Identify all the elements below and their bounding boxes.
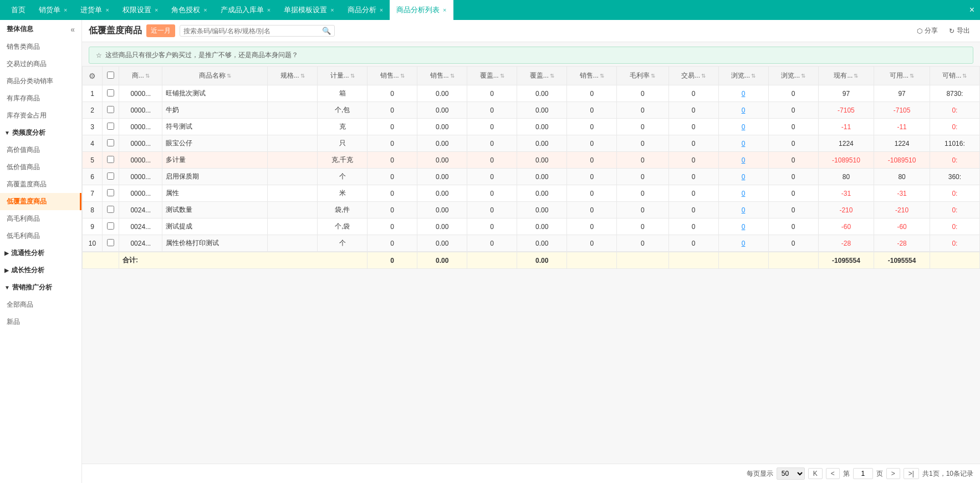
total-trade: [668, 252, 718, 269]
prev-page-button[interactable]: <: [826, 468, 840, 479]
sidebar-section-marketing[interactable]: ▼ 营销推广分析: [0, 279, 81, 296]
sidebar-item-low-value[interactable]: 低价值商品: [0, 159, 81, 176]
next-page-button[interactable]: >: [886, 468, 900, 479]
row-browse1[interactable]: 0: [718, 185, 768, 202]
settings-icon[interactable]: ⚙: [89, 72, 96, 80]
row-browse1[interactable]: 0: [718, 235, 768, 252]
row-browse1[interactable]: 0: [718, 169, 768, 185]
close-icon[interactable]: ×: [155, 7, 158, 13]
row-name: 符号测试: [162, 119, 268, 135]
sidebar-item-inventory-capital[interactable]: 库存资金占用: [0, 107, 81, 124]
row-browse1[interactable]: 0: [718, 152, 768, 169]
row-checkbox[interactable]: [103, 119, 119, 135]
export-icon: ↻: [949, 27, 955, 35]
nav-tab-product-analysis-list[interactable]: 商品分析列表 ×: [390, 0, 453, 20]
info-text: 这些商品只有很少客户购买过，是推广不够，还是商品本身问题？: [105, 50, 298, 60]
settings-col-header[interactable]: ⚙: [83, 67, 103, 85]
export-button[interactable]: ↻ 导出: [946, 24, 973, 37]
row-sales-cnt: 0: [567, 235, 617, 252]
row-browse1[interactable]: 0: [718, 218, 768, 235]
row-sales-cnt: 0: [567, 185, 617, 202]
period-button[interactable]: 近一月: [146, 24, 175, 37]
row-spec: [268, 218, 318, 235]
sidebar-section-growth[interactable]: ▶ 成长性分析: [0, 262, 81, 279]
sidebar-section-flow[interactable]: ▶ 流通性分析: [0, 245, 81, 262]
total-sales-cnt: [567, 252, 617, 269]
per-page-select[interactable]: 50 20 100: [777, 467, 805, 480]
nav-tab-template[interactable]: 单据模板设置 ×: [277, 0, 340, 20]
row-browse1[interactable]: 0: [718, 135, 768, 152]
row-checkbox[interactable]: [103, 102, 119, 119]
row-checkbox[interactable]: [103, 135, 119, 152]
row-browse1[interactable]: 0: [718, 85, 768, 102]
first-page-button[interactable]: K: [808, 468, 823, 479]
close-icon[interactable]: ×: [380, 7, 383, 13]
row-checkbox[interactable]: [103, 169, 119, 185]
row-browse1[interactable]: 0: [718, 102, 768, 119]
sidebar-item-high-margin[interactable]: 高毛利商品: [0, 210, 81, 227]
sidebar-item-stocked-products[interactable]: 有库存商品: [0, 90, 81, 107]
row-current: 97: [818, 85, 874, 102]
checkbox-col-header[interactable]: [103, 67, 119, 85]
row-name: 测试提成: [162, 218, 268, 235]
close-icon[interactable]: ×: [267, 7, 270, 13]
sidebar-item-high-value[interactable]: 高价值商品: [0, 141, 81, 159]
sidebar-item-low-coverage[interactable]: 低覆盖度商品: [0, 193, 81, 210]
margin-col-header: 毛利率⇅: [617, 67, 668, 85]
row-spec: [268, 202, 318, 218]
nav-tab-sales[interactable]: 销货单 ×: [32, 0, 74, 20]
close-icon[interactable]: ×: [443, 7, 446, 13]
row-no: 10: [83, 235, 103, 252]
share-button[interactable]: ⬡ 分享: [913, 24, 941, 37]
sidebar-item-category-rate[interactable]: 商品分类动销率: [0, 73, 81, 90]
close-icon[interactable]: ×: [105, 7, 109, 13]
row-browse1[interactable]: 0: [718, 202, 768, 218]
row-sales-qty: 0: [368, 119, 417, 135]
row-checkbox[interactable]: [103, 185, 119, 202]
row-checkbox[interactable]: [103, 85, 119, 102]
sidebar-item-low-margin[interactable]: 低毛利商品: [0, 227, 81, 245]
row-trade: 0: [668, 169, 718, 185]
sidebar-item-new-products[interactable]: 新品: [0, 313, 81, 331]
spec-col-header: 规格...⇅: [268, 67, 318, 85]
row-cov2: 0.00: [517, 119, 567, 135]
nav-tab-product-analysis[interactable]: 商品分析 ×: [341, 0, 390, 20]
data-table: ⚙ 商...⇅ 商品名称⇅ 规格...⇅ 计量...⇅ 销售...⇅ 销售...…: [82, 66, 980, 269]
sidebar-section-frequency[interactable]: ▼ 类频度分析: [0, 124, 81, 141]
nav-tab-purchase[interactable]: 进货单 ×: [74, 0, 115, 20]
row-code: 0024...: [119, 218, 162, 235]
row-sales-cnt: 0: [567, 152, 617, 169]
nav-tab-role[interactable]: 角色授权 ×: [165, 0, 213, 20]
close-icon[interactable]: ×: [203, 7, 207, 13]
row-checkbox[interactable]: [103, 202, 119, 218]
row-browse1[interactable]: 0: [718, 119, 768, 135]
row-checkbox[interactable]: [103, 235, 119, 252]
row-checkbox[interactable]: [103, 218, 119, 235]
select-all-checkbox[interactable]: [107, 72, 114, 79]
row-margin: 0: [617, 185, 668, 202]
browse2-col-header: 浏览...⇅: [768, 67, 818, 85]
page-number-input[interactable]: [853, 468, 873, 479]
available-col-header: 可用...⇅: [874, 67, 930, 85]
nav-tab-permission[interactable]: 权限设置 ×: [116, 0, 165, 20]
search-input[interactable]: [183, 27, 322, 35]
row-browse2: 0: [768, 119, 818, 135]
row-trade: 0: [668, 102, 718, 119]
close-icon[interactable]: ×: [64, 7, 67, 13]
sidebar-item-traded-products[interactable]: 交易过的商品: [0, 55, 81, 73]
row-margin: 0: [617, 119, 668, 135]
row-available: 80: [874, 169, 930, 185]
last-page-button[interactable]: >|: [904, 468, 919, 479]
sidebar-item-high-coverage[interactable]: 高覆盖度商品: [0, 176, 81, 193]
sidebar-item-sales-products[interactable]: 销售类商品: [0, 38, 81, 55]
nav-tab-home[interactable]: 首页: [4, 0, 32, 20]
close-all-button[interactable]: ×: [969, 5, 974, 15]
row-saleable: 0:: [930, 235, 979, 252]
sidebar-collapse-button[interactable]: «: [70, 25, 75, 34]
row-checkbox[interactable]: [103, 152, 119, 169]
close-icon[interactable]: ×: [330, 7, 334, 13]
nav-tab-product-inbound[interactable]: 产成品入库单 ×: [214, 0, 277, 20]
current-col-header: 现有...⇅: [818, 67, 874, 85]
sidebar-item-all-products[interactable]: 全部商品: [0, 296, 81, 313]
total-sales-qty: 0: [368, 252, 417, 269]
